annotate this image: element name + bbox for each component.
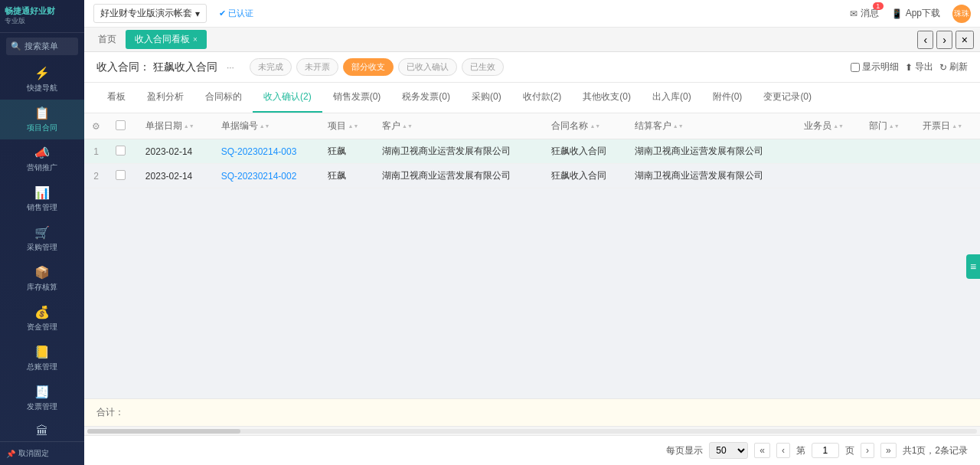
home-tab[interactable]: 首页 xyxy=(90,30,124,49)
col-sort[interactable]: 结算客户▲▼ xyxy=(635,120,789,133)
sidebar-icon: 📊 xyxy=(34,185,50,200)
order-link[interactable]: SQ-20230214-002 xyxy=(221,171,297,182)
cell-0-0: 1 xyxy=(84,139,108,164)
sidebar-item-快捷导航[interactable]: ⚡ 快捷导航 xyxy=(0,60,84,100)
app-download-button[interactable]: 📱 App下载 xyxy=(891,7,940,20)
horizontal-scrollbar[interactable] xyxy=(84,426,980,435)
table-row[interactable]: 12023-02-14SQ-20230214-003狂飙湖南卫视商业运营发展有限… xyxy=(84,139,980,164)
tab-prev-button[interactable]: ‹ xyxy=(917,31,933,49)
tab-出入库[interactable]: 出入库(0) xyxy=(642,83,702,113)
tab-合同标的[interactable]: 合同标的 xyxy=(194,83,253,113)
sidebar-bottom-label: 取消固定 xyxy=(18,448,49,459)
cell-0-3[interactable]: SQ-20230214-003 xyxy=(214,139,321,164)
tab-close-all-button[interactable]: × xyxy=(956,31,974,49)
sidebar-item-销售管理[interactable]: 📊 销售管理 xyxy=(0,179,84,219)
status-btn-uninvoiced[interactable]: 未开票 xyxy=(296,58,338,76)
tab-收入确认[interactable]: 收入确认(2) xyxy=(253,83,322,113)
col-sort[interactable]: 单据日期▲▼ xyxy=(145,120,206,133)
company-name: 好业财专业版演示帐套 xyxy=(100,7,192,20)
table-row[interactable]: 22023-02-14SQ-20230214-002狂飙湖南卫视商业运营发展有限… xyxy=(84,164,980,188)
col-sort[interactable]: 项目▲▼ xyxy=(328,120,367,133)
last-page-button[interactable]: » xyxy=(880,443,897,458)
message-badge: 1 xyxy=(873,2,884,10)
right-panel-toggle[interactable]: ≡ xyxy=(966,254,980,279)
tab-附件[interactable]: 附件(0) xyxy=(702,83,753,113)
tab-next-button[interactable]: › xyxy=(936,31,952,49)
sidebar-item-项目合同[interactable]: 📋 项目合同 xyxy=(0,100,84,139)
sidebar-item-label: 销售管理 xyxy=(27,202,57,213)
cell-1-2: 2023-02-14 xyxy=(138,164,214,188)
more-button[interactable]: ··· xyxy=(224,62,237,73)
sidebar-item-总账管理[interactable]: 📒 总账管理 xyxy=(0,339,84,378)
tab-销售发票[interactable]: 销售发票(0) xyxy=(322,83,392,113)
per-page-select[interactable]: 50 100 200 xyxy=(709,442,748,459)
select-all-checkbox[interactable] xyxy=(116,120,126,130)
sidebar-item-营销推广[interactable]: 📣 营销推广 xyxy=(0,139,84,179)
sidebar-item-label: 总账管理 xyxy=(27,362,57,372)
verified-text: 已认证 xyxy=(228,8,253,19)
status-btn-confirmed[interactable]: 已收入确认 xyxy=(398,58,457,76)
order-link[interactable]: SQ-20230214-003 xyxy=(221,146,297,157)
active-tab[interactable]: 收入合同看板 × xyxy=(126,30,207,49)
sidebar-icon: 🧾 xyxy=(34,385,50,399)
status-buttons: 未完成未开票部分收支已收入确认已生效 xyxy=(250,58,504,76)
prev-page-button[interactable]: ‹ xyxy=(776,443,790,458)
cell-0-9 xyxy=(861,139,916,164)
col-sort[interactable]: 客户▲▼ xyxy=(382,120,536,133)
row-checkbox[interactable] xyxy=(116,170,126,180)
total-label: 合计： xyxy=(96,406,124,419)
col-sort[interactable]: 业务员▲▼ xyxy=(804,120,854,133)
cell-1-0: 2 xyxy=(84,164,108,188)
message-button[interactable]: ✉ 1 消息 xyxy=(850,7,879,20)
settings-icon[interactable]: ⚙ xyxy=(92,121,100,132)
sidebar-item-库存核算[interactable]: 📦 库存核算 xyxy=(0,259,84,299)
cell-0-7: 湖南卫视商业运营发展有限公司 xyxy=(627,139,796,164)
tab-变更记录[interactable]: 变更记录(0) xyxy=(753,83,822,113)
page-unit: 页 xyxy=(845,444,854,457)
sidebar-item-采购管理[interactable]: 🛒 采购管理 xyxy=(0,219,84,259)
col-sort[interactable]: 开票日▲▼ xyxy=(923,120,972,133)
col-sort[interactable]: 单据编号▲▼ xyxy=(221,120,313,133)
table-scroll[interactable]: ⚙单据日期▲▼单据编号▲▼项目▲▼客户▲▼合同名称▲▼结算客户▲▼业务员▲▼部门… xyxy=(84,113,980,398)
refresh-icon: ↻ xyxy=(939,62,947,73)
col-header-5: 客户▲▼ xyxy=(374,113,544,139)
company-selector[interactable]: 好业财专业版演示帐套 ▾ xyxy=(93,4,207,23)
sort-arrows: ▲▼ xyxy=(184,123,194,129)
detail-checkbox-input[interactable] xyxy=(851,63,860,72)
cell-1-7: 湖南卫视商业运营发展有限公司 xyxy=(627,164,796,188)
scrollbar-thumb[interactable] xyxy=(87,429,240,434)
show-detail-checkbox[interactable]: 显示明细 xyxy=(851,61,899,74)
status-btn-partial[interactable]: 部分收支 xyxy=(343,58,394,76)
sidebar-item-税务管理[interactable]: 🏛 税务管理 xyxy=(0,418,84,441)
export-icon: ⬆ xyxy=(905,62,913,73)
status-btn-effective[interactable]: 已生效 xyxy=(462,58,504,76)
sidebar-icon: 📋 xyxy=(34,106,50,120)
tab-税务发票[interactable]: 税务发票(0) xyxy=(391,83,461,113)
topbar-right: ✉ 1 消息 📱 App下载 珠珠 xyxy=(850,5,971,23)
sidebar-bottom[interactable]: 📌 取消固定 xyxy=(0,441,84,465)
tab-其他收支[interactable]: 其他收支(0) xyxy=(572,83,642,113)
page-input[interactable] xyxy=(812,443,839,458)
scrollbar-track xyxy=(87,429,977,434)
tab-采购[interactable]: 采购(0) xyxy=(461,83,512,113)
tab-close-button[interactable]: × xyxy=(193,35,198,44)
tab-看板[interactable]: 看板 xyxy=(96,83,136,113)
search-menu-button[interactable]: 🔍 搜索菜单 xyxy=(6,38,78,55)
cell-1-9 xyxy=(861,164,916,188)
sidebar-item-发票管理[interactable]: 🧾 发票管理 xyxy=(0,378,84,418)
page-label: 第 xyxy=(796,444,805,457)
avatar[interactable]: 珠珠 xyxy=(952,5,971,23)
next-page-button[interactable]: › xyxy=(861,443,874,458)
tab-收付款[interactable]: 收付款(2) xyxy=(512,83,573,113)
main-area: 好业财专业版演示帐套 ▾ ✔ 已认证 ✉ 1 消息 📱 App下载 珠珠 首页 xyxy=(84,0,980,465)
status-btn-incomplete[interactable]: 未完成 xyxy=(250,58,292,76)
export-button[interactable]: ⬆ 导出 xyxy=(905,61,933,74)
row-checkbox[interactable] xyxy=(116,146,126,156)
cell-1-3[interactable]: SQ-20230214-002 xyxy=(214,164,321,188)
tab-盈利分析[interactable]: 盈利分析 xyxy=(136,83,194,113)
col-sort[interactable]: 部门▲▼ xyxy=(869,120,908,133)
col-sort[interactable]: 合同名称▲▼ xyxy=(551,120,619,133)
sidebar-item-资金管理[interactable]: 💰 资金管理 xyxy=(0,299,84,339)
refresh-button[interactable]: ↻ 刷新 xyxy=(939,61,968,74)
first-page-button[interactable]: « xyxy=(754,443,770,458)
